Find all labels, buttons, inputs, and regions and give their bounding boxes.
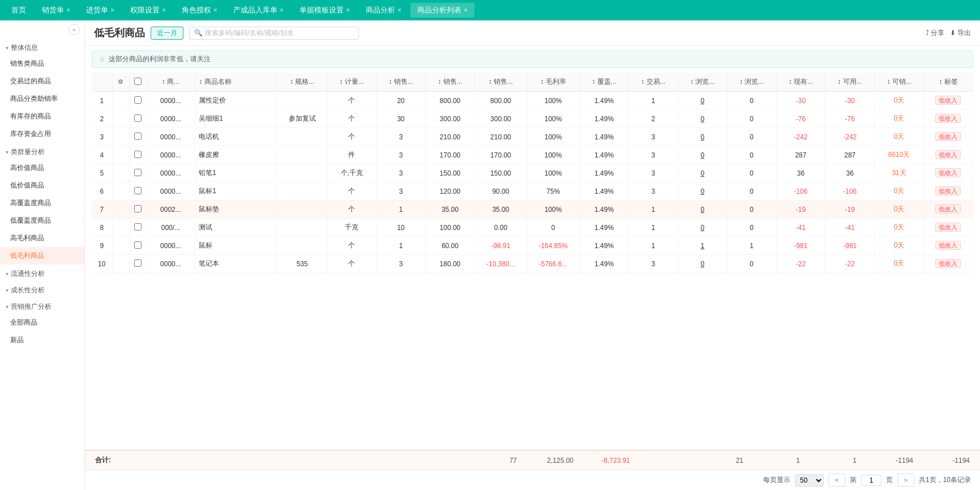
row-checkbox-4[interactable] xyxy=(134,169,142,176)
tag-badge: 低收入 xyxy=(935,114,961,123)
cell-unit: 个 xyxy=(327,92,376,110)
cell-coverage: 1.49% xyxy=(580,201,629,219)
table-row: 50000...铅笔1个,千克3150.00150.00100%1.49%300… xyxy=(92,164,973,182)
cell-unit: 个 xyxy=(327,255,376,273)
cell-view1[interactable]: 0 xyxy=(678,201,727,219)
cell-checkbox[interactable] xyxy=(129,255,146,273)
nav-close-stock[interactable]: × xyxy=(280,6,284,14)
next-page-button[interactable]: ＞ xyxy=(897,474,914,487)
page-size-select[interactable]: 50 100 xyxy=(795,474,824,487)
nav-close-sales[interactable]: × xyxy=(66,6,70,14)
cell-view1[interactable]: 0 xyxy=(678,255,727,273)
cell-checkbox[interactable] xyxy=(129,92,146,110)
sidebar-item-库存资金占用[interactable]: 库存资金占用 xyxy=(0,125,84,143)
cell-checkbox[interactable] xyxy=(129,182,146,201)
sidebar-item-高价值商品[interactable]: 高价值商品 xyxy=(0,159,84,177)
cell-view1[interactable]: 1 xyxy=(678,237,727,255)
cell-trade: 1 xyxy=(629,237,678,255)
cell-view2: 0 xyxy=(727,128,776,146)
nav-close-roles[interactable]: × xyxy=(213,6,217,14)
cell-spec xyxy=(277,128,327,146)
cell-unit: 个 xyxy=(327,201,376,219)
search-box[interactable]: 🔍 搜索多码/编码/名称/规格/别名 xyxy=(189,27,359,40)
sidebar-group-类群量分析[interactable]: ▾类群量分析 xyxy=(0,143,84,159)
sidebar-item-交易过的商品[interactable]: 交易过的商品 xyxy=(0,73,84,90)
nav-item-roles[interactable]: 角色授权× xyxy=(175,3,224,18)
sidebar-item-销售类商品[interactable]: 销售类商品 xyxy=(0,55,84,73)
table-row: 20000...吴细细1参加复试个30300.00300.00100%1.49%… xyxy=(92,110,973,128)
nav-item-perms[interactable]: 权限设置× xyxy=(123,3,173,18)
cell-checkbox[interactable] xyxy=(129,128,146,146)
sidebar-item-低毛利商品[interactable]: 低毛利商品 xyxy=(0,247,84,265)
cell-settings xyxy=(112,201,129,219)
cell-view1[interactable]: 0 xyxy=(678,164,727,182)
cell-tag: 低收入 xyxy=(923,110,973,128)
sidebar-item-高覆盖度商品[interactable]: 高覆盖度商品 xyxy=(0,194,84,212)
sidebar-item-高毛利商品[interactable]: 高毛利商品 xyxy=(0,229,84,247)
page-label: 第 xyxy=(850,475,857,485)
nav-close-perms[interactable]: × xyxy=(162,6,166,14)
cell-checkbox[interactable] xyxy=(129,219,146,237)
row-checkbox-9[interactable] xyxy=(134,259,142,267)
nav-close-purchase[interactable]: × xyxy=(110,6,114,14)
cell-checkbox[interactable] xyxy=(129,110,146,128)
row-checkbox-7[interactable] xyxy=(134,223,142,231)
sidebar-group-成长性分析[interactable]: ▾成长性分析 xyxy=(0,281,84,297)
table-row: 90000...鼠标个160.00-98.91-164.85%1.49%111-… xyxy=(92,237,973,255)
cell-tag: 低收入 xyxy=(923,237,973,255)
filter-button[interactable]: 近一月 xyxy=(151,27,183,40)
cell-spec xyxy=(277,182,327,201)
cell-view1[interactable]: 0 xyxy=(678,92,727,110)
row-checkbox-8[interactable] xyxy=(134,241,142,249)
nav-close-analysis[interactable]: × xyxy=(397,6,401,14)
total-trade: 21 xyxy=(698,457,743,465)
sidebar-group-label: 流通性分析 xyxy=(11,269,45,279)
page-input[interactable] xyxy=(861,475,881,486)
select-all-checkbox[interactable] xyxy=(134,78,142,85)
cell-view1[interactable]: 0 xyxy=(678,110,727,128)
cell-checkbox[interactable] xyxy=(129,237,146,255)
sidebar-item-新品[interactable]: 新品 xyxy=(0,331,84,349)
prev-page-button[interactable]: ＜ xyxy=(828,474,845,487)
nav-close-analysis-list[interactable]: × xyxy=(464,6,468,14)
row-checkbox-5[interactable] xyxy=(134,187,142,194)
cell-view1[interactable]: 0 xyxy=(678,219,727,237)
cell-checkbox[interactable] xyxy=(129,201,146,219)
cell-checkbox[interactable] xyxy=(129,164,146,182)
row-checkbox-6[interactable] xyxy=(134,205,142,212)
cell-view2: 0 xyxy=(727,146,776,164)
data-table: ⚙↕ 商...↕ 商品名称↕ 规格...↕ 计量...↕ 销售...↕ 销售..… xyxy=(92,73,973,273)
sidebar-group-整体信息[interactable]: ▾整体信息 xyxy=(0,39,84,55)
sidebar-collapse-button[interactable]: « xyxy=(69,24,80,35)
nav-item-analysis[interactable]: 商品分析× xyxy=(359,3,408,18)
sidebar-item-商品分类助销率[interactable]: 商品分类助销率 xyxy=(0,90,84,108)
sidebar-item-有库存的商品[interactable]: 有库存的商品 xyxy=(0,108,84,125)
cell-view1[interactable]: 0 xyxy=(678,128,727,146)
sidebar-item-低覆盖度商品[interactable]: 低覆盖度商品 xyxy=(0,212,84,229)
cell-saleable: 0天 xyxy=(875,92,924,110)
row-checkbox-3[interactable] xyxy=(134,151,142,158)
cell-checkbox[interactable] xyxy=(129,146,146,164)
nav-item-analysis-list[interactable]: 商品分析列表× xyxy=(410,3,474,18)
nav-item-stock[interactable]: 产成品入库单× xyxy=(226,3,290,18)
row-checkbox-0[interactable] xyxy=(134,96,142,104)
row-checkbox-2[interactable] xyxy=(134,133,142,140)
nav-item-purchase[interactable]: 进货单× xyxy=(79,3,121,18)
cell-view1[interactable]: 0 xyxy=(678,182,727,201)
row-checkbox-1[interactable] xyxy=(134,114,142,122)
cell-name: 鼠标 xyxy=(195,237,277,255)
col-settings[interactable]: ⚙ xyxy=(112,73,129,92)
col-checkbox[interactable] xyxy=(129,73,146,92)
sidebar-item-全部商品[interactable]: 全部商品 xyxy=(0,314,84,331)
share-button[interactable]: ⤴ 分享 xyxy=(926,28,944,38)
sidebar-group-营销推广分析[interactable]: ▾营销推广分析 xyxy=(0,297,84,314)
nav-item-sales[interactable]: 销货单× xyxy=(35,3,77,18)
cell-view1[interactable]: 0 xyxy=(678,146,727,164)
sidebar-item-低价值商品[interactable]: 低价值商品 xyxy=(0,177,84,194)
nav-item-template[interactable]: 单据模板设置× xyxy=(293,3,357,18)
cell-no: 8 xyxy=(92,219,112,237)
nav-item-home[interactable]: 首页 xyxy=(5,3,33,18)
export-button[interactable]: ⬇ 导出 xyxy=(950,28,971,38)
nav-close-template[interactable]: × xyxy=(346,6,350,14)
sidebar-group-流通性分析[interactable]: ▾流通性分析 xyxy=(0,265,84,281)
